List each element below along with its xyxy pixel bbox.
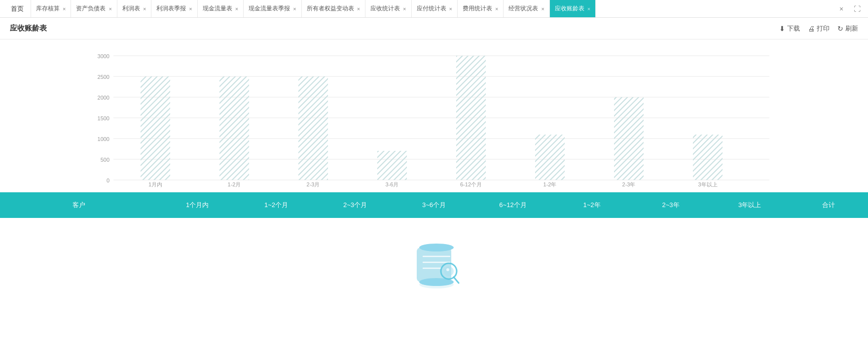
- page-title: 应收账龄表: [10, 24, 47, 33]
- svg-text:1-2年: 1-2年: [543, 181, 557, 187]
- bar-6-12月: [456, 56, 486, 180]
- tab-ar-aging-label: 应收账龄表: [555, 4, 584, 13]
- tab-bar: 首页 库存核算 × 资产负债表 × 利润表 × 利润表季报 × 现金流量表 × …: [0, 0, 868, 18]
- close-icon[interactable]: ×: [235, 6, 238, 12]
- svg-text:2-3月: 2-3月: [307, 181, 320, 187]
- main-content: 0 500 1000 1500 2000 2500 3000: [0, 39, 868, 355]
- svg-point-34: [446, 268, 449, 271]
- bar-2-3月: [298, 76, 328, 180]
- tab-bar-controls: × ⛶: [834, 2, 864, 16]
- tab-expense-stats-label: 费用统计表: [463, 4, 492, 13]
- col-header-customer: 客户: [0, 201, 158, 210]
- maximize-window-button[interactable]: ⛶: [850, 2, 864, 16]
- tab-inventory-label: 库存核算: [36, 4, 60, 13]
- tab-operations[interactable]: 经营状况表 ×: [504, 0, 549, 18]
- close-icon[interactable]: ×: [357, 6, 360, 12]
- download-icon: ⬇: [779, 25, 785, 33]
- close-icon[interactable]: ×: [449, 6, 452, 12]
- download-button[interactable]: ⬇ 下载: [779, 24, 800, 33]
- print-icon: 🖨: [808, 25, 815, 33]
- bar-1-2年: [535, 135, 565, 180]
- col-header-1-2m: 1~2个月: [237, 201, 316, 210]
- svg-text:1000: 1000: [98, 136, 109, 142]
- tab-operations-label: 经营状况表: [508, 4, 538, 13]
- refresh-icon: ↻: [837, 25, 843, 33]
- bar-3年以上: [693, 135, 723, 180]
- empty-state-svg: [404, 238, 469, 292]
- chart-container: 0 500 1000 1500 2000 2500 3000: [20, 49, 848, 187]
- close-icon[interactable]: ×: [495, 6, 498, 12]
- col-header-3y-plus: 3年以上: [710, 201, 789, 210]
- col-header-1-2y: 1~2年: [552, 201, 631, 210]
- close-icon[interactable]: ×: [293, 6, 296, 12]
- svg-text:0: 0: [107, 178, 109, 183]
- tab-profit-quarterly[interactable]: 利润表季报 ×: [151, 0, 197, 18]
- close-icon[interactable]: ×: [189, 6, 192, 12]
- tab-profit-quarterly-label: 利润表季报: [156, 4, 186, 13]
- chart-area: 0 500 1000 1500 2000 2500 3000: [0, 39, 868, 192]
- svg-text:3年以上: 3年以上: [698, 181, 717, 187]
- svg-text:1月内: 1月内: [148, 181, 162, 187]
- svg-text:6-12个月: 6-12个月: [460, 181, 482, 187]
- tab-cash-flow-quarterly-label: 现金流量表季报: [249, 4, 290, 13]
- svg-text:1500: 1500: [98, 115, 109, 121]
- bar-1-2月: [219, 76, 249, 180]
- data-table-header: 客户 1个月内 1~2个月 2~3个月 3~6个月 6~12个月 1~2年 2~…: [0, 192, 868, 218]
- tab-equity-changes[interactable]: 所有者权益变动表 ×: [302, 0, 365, 18]
- svg-text:2-3年: 2-3年: [622, 181, 636, 187]
- refresh-button[interactable]: ↻ 刷新: [837, 24, 858, 33]
- tab-cash-flow-label: 现金流量表: [203, 4, 232, 13]
- tab-ap-stats-label: 应付统计表: [417, 4, 446, 13]
- col-header-total: 合计: [789, 201, 868, 210]
- bar-2-3年: [614, 97, 644, 180]
- header-actions: ⬇ 下载 🖨 打印 ↻ 刷新: [779, 24, 858, 33]
- close-icon[interactable]: ×: [403, 6, 406, 12]
- tab-cash-flow[interactable]: 现金流量表 ×: [198, 0, 244, 18]
- svg-point-26: [419, 244, 454, 251]
- svg-text:2000: 2000: [98, 95, 109, 101]
- close-icon[interactable]: ×: [143, 6, 146, 12]
- col-header-6-12m: 6~12个月: [473, 201, 552, 210]
- close-icon[interactable]: ×: [587, 6, 590, 12]
- svg-rect-25: [417, 248, 451, 282]
- tab-balance-sheet-label: 资产负债表: [76, 4, 106, 13]
- tab-profit-loss[interactable]: 利润表 ×: [117, 0, 151, 18]
- tab-ar-stats[interactable]: 应收统计表 ×: [365, 0, 411, 18]
- bar-3-6月: [377, 151, 407, 180]
- svg-text:3-6月: 3-6月: [386, 181, 399, 187]
- col-header-1m: 1个月内: [158, 201, 237, 210]
- page-header: 应收账龄表 ⬇ 下载 🖨 打印 ↻ 刷新: [0, 18, 868, 39]
- svg-text:2500: 2500: [98, 74, 109, 80]
- empty-illustration: [404, 238, 464, 287]
- print-button[interactable]: 🖨 打印: [808, 24, 830, 33]
- col-header-2-3y: 2~3年: [631, 201, 710, 210]
- svg-text:500: 500: [101, 157, 109, 163]
- col-header-3-6m: 3~6个月: [395, 201, 473, 210]
- close-icon[interactable]: ×: [63, 6, 66, 12]
- close-window-button[interactable]: ×: [834, 2, 848, 16]
- tab-ar-aging[interactable]: 应收账龄表 ×: [550, 0, 596, 18]
- bar-chart-svg: 0 500 1000 1500 2000 2500 3000: [20, 49, 848, 187]
- svg-line-33: [454, 277, 459, 283]
- svg-text:3000: 3000: [98, 53, 109, 59]
- bar-1月内: [141, 76, 170, 180]
- tab-equity-changes-label: 所有者权益变动表: [307, 4, 354, 13]
- tab-balance-sheet[interactable]: 资产负债表 ×: [71, 0, 117, 18]
- close-icon[interactable]: ×: [541, 6, 544, 12]
- tab-cash-flow-quarterly[interactable]: 现金流量表季报 ×: [244, 0, 301, 18]
- home-tab-label: 首页: [11, 4, 24, 13]
- tab-expense-stats[interactable]: 费用统计表 ×: [458, 0, 504, 18]
- close-icon[interactable]: ×: [108, 6, 111, 12]
- tab-ap-stats[interactable]: 应付统计表 ×: [412, 0, 458, 18]
- tab-home[interactable]: 首页: [4, 0, 31, 18]
- tab-profit-loss-label: 利润表: [122, 4, 140, 13]
- tab-ar-stats-label: 应收统计表: [370, 4, 400, 13]
- tab-inventory[interactable]: 库存核算 ×: [31, 0, 71, 18]
- col-header-2-3m: 2~3个月: [316, 201, 395, 210]
- svg-point-32: [444, 266, 454, 276]
- empty-state: [0, 218, 868, 307]
- svg-text:1-2月: 1-2月: [228, 181, 241, 187]
